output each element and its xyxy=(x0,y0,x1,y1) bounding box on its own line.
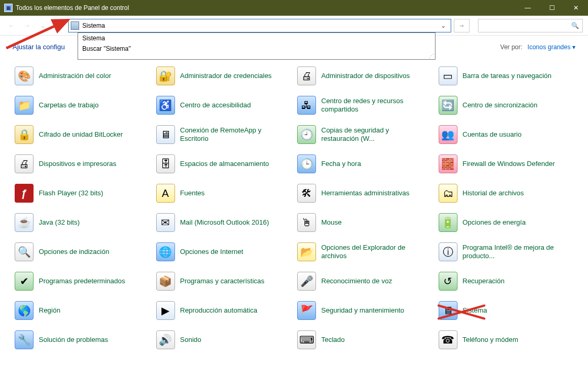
item-label: Reconocimiento de voz xyxy=(321,277,392,285)
item-label: Opciones del Explorador de archivos xyxy=(321,243,416,261)
item-icon: 🔊 xyxy=(156,330,175,349)
resize-grip-icon[interactable]: ⋰ xyxy=(429,54,434,58)
control-panel-item[interactable]: ↺Recuperación xyxy=(437,270,576,293)
item-icon: 🌐 xyxy=(156,242,175,261)
maximize-button[interactable]: ☐ xyxy=(540,0,564,16)
content-area: Ajustar la configu Ver por: Iconos grand… xyxy=(0,36,588,377)
address-bar[interactable]: ⌄ xyxy=(68,19,451,32)
control-panel-item[interactable]: 🔒Cifrado de unidad BitLocker xyxy=(13,123,152,146)
control-panel-item[interactable]: 🌎Región xyxy=(13,299,152,322)
forward-button[interactable]: → xyxy=(21,19,34,32)
item-label: Mail (Microsoft Outlook 2016) xyxy=(180,218,269,227)
view-by-value: Iconos grandes xyxy=(528,43,571,51)
control-panel-item[interactable]: 📦Programas y características xyxy=(154,270,293,293)
control-panel-item[interactable]: 🚩Seguridad y mantenimiento xyxy=(295,299,434,322)
item-icon: 📂 xyxy=(297,242,316,261)
dropdown-option[interactable]: Buscar "Sistema" xyxy=(78,43,435,54)
search-input[interactable]: 🔍 xyxy=(478,19,583,32)
control-panel-item[interactable]: 🧱Firewall de Windows Defender xyxy=(437,152,576,175)
control-panel-item[interactable]: 🖱Mouse xyxy=(295,211,434,234)
address-input[interactable] xyxy=(81,20,436,31)
item-label: Reproducción automática xyxy=(180,306,257,315)
control-panel-item[interactable]: 🔄Centro de sincronización xyxy=(437,94,576,117)
control-panel-item[interactable]: ƒFlash Player (32 bits) xyxy=(13,182,152,205)
control-panel-item[interactable]: ⓘPrograma Intel® de mejora de producto..… xyxy=(437,240,576,263)
item-icon: 🧱 xyxy=(439,154,458,173)
control-panel-item[interactable]: ☕Java (32 bits) xyxy=(13,211,152,234)
control-panel-item[interactable]: ▭Barra de tareas y navegación xyxy=(437,64,576,87)
item-icon: 🛠 xyxy=(297,184,316,203)
control-panel-item[interactable]: 🖥Sistema xyxy=(437,299,576,322)
item-icon: 🕒 xyxy=(297,154,316,173)
address-dropdown-icon[interactable]: ⌄ xyxy=(438,22,449,29)
item-label: Herramientas administrativas xyxy=(321,189,409,197)
go-button[interactable]: → xyxy=(454,19,470,32)
control-panel-item[interactable]: 👥Cuentas de usuario xyxy=(437,123,576,146)
search-icon: 🔍 xyxy=(571,22,579,29)
view-by-dropdown[interactable]: Iconos grandes ▾ xyxy=(528,43,575,51)
control-panel-item[interactable]: ✉Mail (Microsoft Outlook 2016) xyxy=(154,211,293,234)
item-icon: 🚩 xyxy=(297,301,316,320)
item-label: Administrador de dispositivos xyxy=(321,72,410,80)
item-label: Carpetas de trabajo xyxy=(39,101,99,109)
item-icon: 🖨 xyxy=(297,66,316,85)
item-label: Programa Intel® de mejora de producto... xyxy=(463,243,557,261)
back-button[interactable]: ← xyxy=(5,19,18,32)
control-panel-item[interactable]: 🗄Espacios de almacenamiento xyxy=(154,152,293,175)
control-panel-item[interactable]: 🔐Administrador de credenciales xyxy=(154,64,293,87)
item-label: Dispositivos e impresoras xyxy=(39,160,116,168)
control-panel-item[interactable]: 📁Carpetas de trabajo xyxy=(13,94,152,117)
control-panel-item[interactable]: 🎨Administración del color xyxy=(13,64,152,87)
control-panel-item[interactable]: 🖨Dispositivos e impresoras xyxy=(13,152,152,175)
control-panel-item[interactable]: 🔧Solución de problemas xyxy=(13,328,152,351)
control-panel-item[interactable]: ✔Programas predeterminados xyxy=(13,270,152,293)
control-panel-item[interactable]: ☎Teléfono y módem xyxy=(437,328,576,351)
control-panel-item[interactable]: 🖥Conexión de RemoteApp y Escritorio xyxy=(154,123,293,146)
item-icon: 🗂 xyxy=(439,184,458,203)
view-by-label: Ver por: xyxy=(500,43,522,51)
control-panel-item[interactable]: 🔊Sonido xyxy=(154,328,293,351)
control-panel-item[interactable]: 🎤Reconocimiento de voz xyxy=(295,270,434,293)
item-label: Espacios de almacenamiento xyxy=(180,160,269,168)
control-panel-item[interactable]: ♿Centro de accesibilidad xyxy=(154,94,293,117)
control-panel-item[interactable]: 🖨Administrador de dispositivos xyxy=(295,64,434,87)
item-icon: 📦 xyxy=(156,272,175,291)
control-panel-item[interactable]: 🔍Opciones de indización xyxy=(13,240,152,263)
item-label: Centro de accesibilidad xyxy=(180,101,251,109)
item-label: Fecha y hora xyxy=(321,160,361,168)
control-panel-item[interactable]: 🗂Historial de archivos xyxy=(437,182,576,205)
item-icon: 📁 xyxy=(15,96,34,115)
control-panel-item[interactable]: 📂Opciones del Explorador de archivos xyxy=(295,240,434,263)
control-panel-item[interactable]: 🔋Opciones de energía xyxy=(437,211,576,234)
control-panel-item[interactable]: 🌐Opciones de Internet xyxy=(154,240,293,263)
item-label: Conexión de RemoteApp y Escritorio xyxy=(180,126,275,143)
control-panel-item[interactable]: 🕒Fecha y hora xyxy=(295,152,434,175)
control-panel-item[interactable]: 🖧Centro de redes y recursos compartidos xyxy=(295,94,434,117)
control-panel-item[interactable]: 🛠Herramientas administrativas xyxy=(295,182,434,205)
item-label: Administrador de credenciales xyxy=(180,72,272,80)
control-panel-item[interactable]: ⌨Teclado xyxy=(295,328,434,351)
control-panel-item[interactable]: 🕘Copias de seguridad y restauración (W..… xyxy=(295,123,434,146)
control-panel-item[interactable]: ▶Reproducción automática xyxy=(154,299,293,322)
item-label: Programas y características xyxy=(180,277,265,285)
item-icon: 🔐 xyxy=(156,66,175,85)
item-label: Teclado xyxy=(321,336,345,344)
dropdown-option[interactable]: Sistema xyxy=(78,33,435,43)
item-label: Sistema xyxy=(463,306,487,315)
item-icon: ƒ xyxy=(15,184,34,203)
item-icon: 🔧 xyxy=(15,330,34,349)
item-icon: ⌨ xyxy=(297,330,316,349)
item-label: Región xyxy=(39,306,60,315)
item-icon: 🖥 xyxy=(439,301,458,320)
item-icon: ☕ xyxy=(15,213,34,232)
item-icon: ✉ xyxy=(156,213,175,232)
close-button[interactable]: ✕ xyxy=(564,0,588,16)
minimize-button[interactable]: — xyxy=(516,0,540,16)
app-icon: ▦ xyxy=(4,4,13,12)
item-label: Firewall de Windows Defender xyxy=(463,160,555,168)
item-label: Solución de problemas xyxy=(39,336,108,344)
control-panel-item[interactable]: AFuentes xyxy=(154,182,293,205)
item-label: Teléfono y módem xyxy=(463,336,518,344)
recent-button[interactable]: ⌄ xyxy=(37,19,49,32)
up-button[interactable]: ↑ xyxy=(52,19,65,32)
